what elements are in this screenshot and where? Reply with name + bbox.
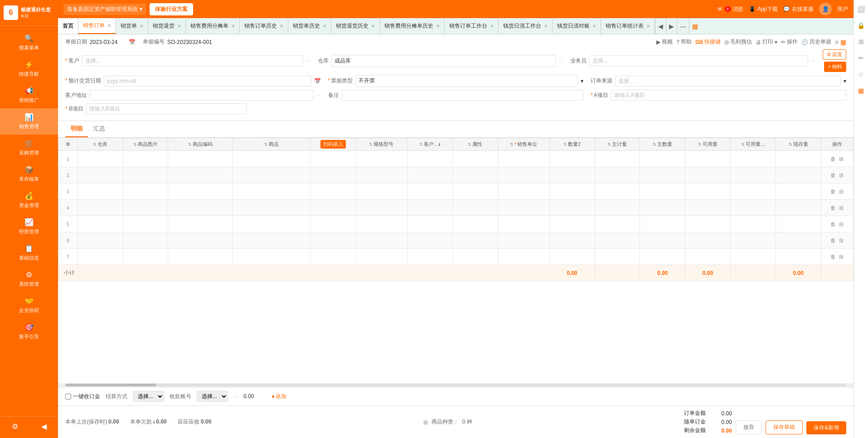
row-image-2[interactable] <box>123 167 168 183</box>
delete-row-icon[interactable]: 🗑 <box>830 172 836 178</box>
row-main-unit-6[interactable] <box>595 232 640 249</box>
row-warehouse-6[interactable] <box>78 232 123 249</box>
save-new-button[interactable]: 保存&新增 <box>806 421 846 434</box>
tab-close-icon[interactable]: ✕ <box>490 24 494 29</box>
date-value[interactable]: 2023-03-24 <box>90 39 126 45</box>
row-qty2-7[interactable] <box>549 249 595 265</box>
row-product-4[interactable] <box>233 200 310 216</box>
tab-close-icon[interactable]: ✕ <box>371 24 375 29</box>
delete-row-icon[interactable]: 🗑 <box>830 237 836 244</box>
row-image-6[interactable] <box>123 232 168 249</box>
row-available-7[interactable] <box>685 249 731 265</box>
remarks-input[interactable] <box>342 90 584 101</box>
customer-more-icon[interactable]: ··· <box>306 58 310 64</box>
row-spec-7[interactable] <box>355 249 407 265</box>
right-panel-icon-2[interactable]: 🔒 <box>856 20 867 31</box>
invoice-type-value[interactable]: 不开票 <box>355 75 578 87</box>
delete-row-icon[interactable]: 🗑 <box>830 188 836 195</box>
customer-input[interactable] <box>82 55 303 66</box>
tab-close-icon[interactable]: ✕ <box>177 24 181 29</box>
right-panel-icon-1[interactable]: ⬜ <box>856 4 867 14</box>
row-qty2-2[interactable] <box>549 167 595 183</box>
row-image-1[interactable] <box>123 151 168 167</box>
col-setting-header[interactable]: ⚙ <box>58 138 78 151</box>
row-current-5[interactable] <box>776 216 821 232</box>
copy-row-icon[interactable]: ⊞ <box>839 237 844 244</box>
row-warehouse-7[interactable] <box>78 249 123 265</box>
row-warehouse-3[interactable] <box>78 183 123 200</box>
row-current-4[interactable] <box>776 200 821 216</box>
row-available-4[interactable] <box>685 200 731 216</box>
row-code-4[interactable] <box>168 200 233 216</box>
row-customer-code-3[interactable] <box>407 183 452 200</box>
sidebar-item-sales[interactable]: 📊 销售管理 <box>0 108 58 135</box>
tab-close-icon[interactable]: ✕ <box>231 24 235 29</box>
sidebar-item-basic-info[interactable]: 📋 基础信息 <box>0 240 58 266</box>
row-image-3[interactable] <box>123 183 168 200</box>
row-available2-5[interactable] <box>730 216 776 232</box>
row-warehouse-2[interactable] <box>78 167 123 183</box>
sidebar-item-shortcut[interactable]: ⚡ 快捷导航 <box>0 56 58 82</box>
row-main-unit-4[interactable] <box>595 200 640 216</box>
app-download-button[interactable]: 📱 App下载 <box>749 5 778 13</box>
row-available2-1[interactable] <box>730 151 776 167</box>
salesperson-more-icon[interactable]: ··· <box>811 58 815 64</box>
message-button[interactable]: ✉ 9 消息 <box>718 5 743 13</box>
tab-close-icon[interactable]: ✕ <box>436 24 440 29</box>
tab-return-history[interactable]: 销货退货历史 ✕ <box>331 18 380 34</box>
sidebar-item-purchase[interactable]: 🛒 采购管理 <box>0 135 58 161</box>
row-main-qty-7[interactable] <box>640 249 685 265</box>
row-available-3[interactable] <box>685 183 731 200</box>
tab-order-history[interactable]: 销售订单历史 ✕ <box>240 18 288 34</box>
tab-cash-workbench[interactable]: 钱货日清工作台 ✕ <box>499 18 553 34</box>
system-selector[interactable]: 装备及固定资产辅助管理系统 ▾ <box>63 4 146 15</box>
row-main-qty-5[interactable] <box>640 216 685 232</box>
tab-invoice-history[interactable]: 销货单历史 ✕ <box>288 18 331 34</box>
delete-row-icon[interactable]: 🗑 <box>830 254 836 260</box>
salesperson-input[interactable] <box>589 55 808 66</box>
tab-summary[interactable]: 汇总 <box>88 121 111 137</box>
add-account-button[interactable]: ● 添加 <box>272 393 286 400</box>
tab-close-icon[interactable]: ✕ <box>544 24 548 29</box>
tab-close-icon[interactable]: ✕ <box>280 24 283 29</box>
settle-method-select[interactable]: 选择... <box>133 391 164 402</box>
row-current-6[interactable] <box>776 232 821 249</box>
row-code-2[interactable] <box>168 167 233 183</box>
tab-close-icon[interactable]: ✕ <box>646 24 650 29</box>
row-customer-code-7[interactable] <box>407 249 452 265</box>
shortcut-button[interactable]: ⌨ 快捷键 <box>695 38 721 46</box>
tab-close-icon[interactable]: ✕ <box>323 24 326 29</box>
layout-grid-icon[interactable]: ▦ <box>840 39 846 46</box>
row-main-qty-2[interactable] <box>640 167 685 183</box>
row-attr-1[interactable] <box>452 151 498 167</box>
row-spec-5[interactable] <box>355 216 407 232</box>
row-product-5[interactable] <box>233 216 310 232</box>
view-video-button[interactable]: ▶ 视频 <box>656 38 673 46</box>
quick-settle-input[interactable] <box>65 394 71 399</box>
row-customer-code-6[interactable] <box>407 232 452 249</box>
right-panel-icon-5[interactable]: ☆ <box>856 69 867 80</box>
tab-sales-expense[interactable]: 销售费用分摊单 ✕ <box>186 18 240 34</box>
tab-close-icon[interactable]: ✕ <box>107 23 111 28</box>
row-unit-7[interactable] <box>498 249 549 265</box>
row-spec-2[interactable] <box>355 167 407 183</box>
tab-collapse-button[interactable]: — <box>677 18 689 34</box>
row-spec-6[interactable] <box>355 232 407 249</box>
row-unit-2[interactable] <box>498 167 549 183</box>
delete-row-icon[interactable]: 🗑 <box>830 205 836 211</box>
sidebar-item-search[interactable]: 🔍 搜索菜单 <box>0 29 58 56</box>
print-button[interactable]: 🖨 打印 ▾ <box>756 38 777 46</box>
row-customer-code-2[interactable] <box>407 167 452 183</box>
copy-row-icon[interactable]: ⊞ <box>839 221 844 227</box>
profit-button[interactable]: ◎ 毛利预估 <box>724 38 752 46</box>
sidebar-item-guide[interactable]: 🎯 新手引导 <box>0 318 58 345</box>
delete-row-icon[interactable]: 🗑 <box>830 221 836 227</box>
row-attr-3[interactable] <box>452 183 498 200</box>
add-material-button[interactable]: + 物料 <box>824 62 846 72</box>
row-qty2-5[interactable] <box>549 216 595 232</box>
account-more-icon[interactable]: ··· <box>233 393 238 399</box>
tab-close-icon[interactable]: ✕ <box>592 24 596 29</box>
row-code-7[interactable] <box>168 249 233 265</box>
row-available-2[interactable] <box>685 167 731 183</box>
row-customer-code-4[interactable] <box>407 200 452 216</box>
